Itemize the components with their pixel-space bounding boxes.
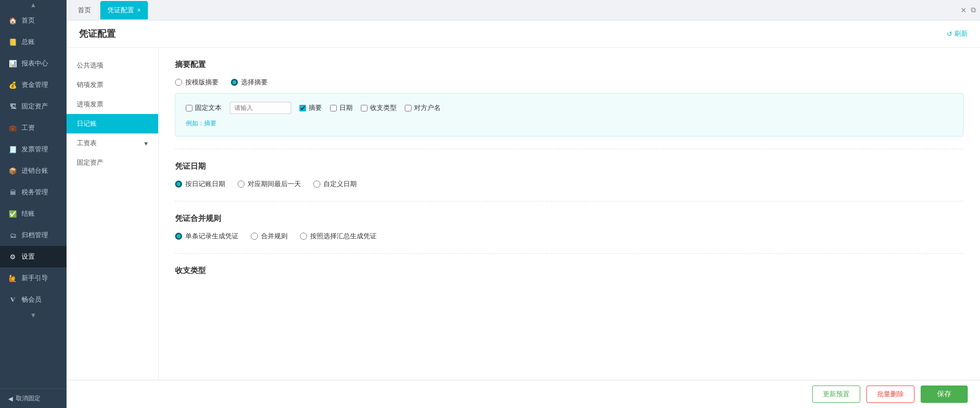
checkbox-income-type-input[interactable] — [361, 105, 367, 111]
fixed-text-input[interactable] — [230, 102, 291, 114]
body-layout: 公共选项 销项发票 进项发票 日记账 工资表 ▾ 固定资产 — [67, 48, 980, 380]
window-restore-button[interactable]: ⧉ — [971, 6, 976, 14]
date-radio-custom-input[interactable] — [313, 180, 320, 188]
tax-icon: 🏛 — [8, 188, 17, 197]
sidebar-item-ledger[interactable]: 📒 总账 — [0, 31, 67, 53]
sidebar-cancel-pin[interactable]: ◀ 取消固定 — [0, 389, 67, 408]
window-close-button[interactable]: ✕ — [961, 6, 967, 14]
date-radio-journal[interactable]: 按日记账日期 — [175, 179, 225, 189]
left-nav-payroll[interactable]: 工资表 ▾ — [67, 133, 158, 153]
sidebar-item-archive[interactable]: 🗂 归档管理 — [0, 224, 67, 246]
tab-bar-actions: ✕ ⧉ — [961, 6, 976, 14]
merge-radio-rule-label: 合并规则 — [261, 232, 288, 241]
merge-radio-rule[interactable]: 合并规则 — [251, 232, 288, 241]
sidebar-item-settle[interactable]: ✅ 结账 — [0, 203, 67, 224]
checkbox-counterpart-input[interactable] — [405, 105, 411, 111]
checkbox-date-label: 日期 — [339, 103, 353, 112]
batch-delete-button[interactable]: 批量删除 — [866, 386, 914, 403]
checkbox-fixed-text-input[interactable] — [186, 105, 192, 111]
left-nav-public-label: 公共选项 — [77, 61, 103, 70]
stock-icon: 📦 — [8, 166, 17, 175]
right-content: 摘要配置 按模版摘要 选择摘要 — [159, 48, 980, 380]
sidebar-item-guide-label: 新手引导 — [21, 274, 48, 283]
merge-radio-group: 单条记录生成凭证 合并规则 按照选择汇总生成凭证 — [175, 232, 964, 241]
merge-radio-single-label: 单条记录生成凭证 — [185, 232, 238, 241]
sidebar-item-fund-label: 资金管理 — [21, 80, 48, 89]
update-preview-button[interactable]: 更新预置 — [812, 386, 860, 403]
main-area: 首页 凭证配置 × ✕ ⧉ 凭证配置 ↺ 刷新 公共选项 — [67, 0, 980, 408]
sidebar-item-invoice[interactable]: 🧾 发票管理 — [0, 139, 67, 160]
sidebar-item-tax[interactable]: 🏛 税务管理 — [0, 182, 67, 203]
date-radio-custom[interactable]: 自定义日期 — [313, 179, 357, 189]
summary-radio-select[interactable]: 选择摘要 — [231, 78, 268, 87]
merge-radio-single[interactable]: 单条记录生成凭证 — [175, 232, 238, 241]
sidebar-item-stock[interactable]: 📦 进销台账 — [0, 160, 67, 182]
tab-voucher-label: 凭证配置 — [107, 6, 134, 15]
date-radio-period-label: 对应期间最后一天 — [248, 179, 301, 189]
checkbox-counterpart-label: 对方户名 — [414, 103, 441, 112]
report-icon: 📊 — [8, 59, 17, 68]
merge-radio-select[interactable]: 按照选择汇总生成凭证 — [300, 232, 377, 241]
save-button[interactable]: 保存 — [921, 386, 968, 403]
summary-radio-template[interactable]: 按模版摘要 — [175, 78, 219, 87]
sidebar-item-fund[interactable]: 💰 资金管理 — [0, 74, 67, 96]
left-nav-purchase-label: 进项发票 — [77, 100, 103, 109]
refresh-button[interactable]: ↺ 刷新 — [947, 29, 968, 38]
date-radio-group: 按日记账日期 对应期间最后一天 自定义日期 — [175, 179, 964, 189]
checkbox-income-type[interactable]: 收支类型 — [361, 103, 397, 112]
sidebar-item-report[interactable]: 📊 报表中心 — [0, 53, 67, 74]
merge-radio-select-label: 按照选择汇总生成凭证 — [310, 232, 377, 241]
left-nav-sales[interactable]: 销项发票 — [67, 75, 158, 95]
checkbox-summary[interactable]: 摘要 — [299, 103, 322, 112]
sidebar-item-stock-label: 进销台账 — [21, 166, 48, 175]
home-icon: 🏠 — [8, 16, 17, 25]
sidebar-item-guide[interactable]: 🙋 新手引导 — [0, 267, 67, 289]
sidebar-item-asset-label: 固定资产 — [21, 102, 48, 111]
sidebar-scroll-down[interactable]: ▼ — [0, 310, 67, 320]
merge-section: 凭证合并规则 单条记录生成凭证 合并规则 按照选择汇总生成凭证 — [175, 214, 964, 254]
date-radio-journal-label: 按日记账日期 — [185, 179, 225, 189]
sidebar-item-settings[interactable]: ⚙ 设置 — [0, 246, 67, 267]
sidebar-item-salary[interactable]: 💼 工资 — [0, 117, 67, 139]
tab-bar: 首页 凭证配置 × ✕ ⧉ — [67, 0, 980, 20]
left-nav-journal-label: 日记账 — [77, 119, 97, 128]
sidebar-item-report-label: 报表中心 — [21, 59, 48, 68]
left-nav-fixedasset[interactable]: 固定资产 — [67, 153, 158, 172]
summary-radio-group: 按模版摘要 选择摘要 — [175, 78, 964, 87]
sidebar-item-salary-label: 工资 — [21, 123, 35, 132]
left-nav-purchase[interactable]: 进项发票 — [67, 95, 158, 114]
tab-home[interactable]: 首页 — [71, 1, 98, 19]
merge-radio-select-input[interactable] — [300, 233, 307, 240]
sidebar-item-home[interactable]: 🏠 首页 — [0, 10, 67, 31]
income-type-section-title: 收支类型 — [175, 266, 964, 276]
date-radio-period[interactable]: 对应期间最后一天 — [237, 179, 301, 189]
summary-radio-template-input[interactable] — [175, 79, 182, 86]
summary-radio-select-input[interactable] — [231, 79, 238, 86]
ledger-icon: 📒 — [8, 37, 17, 47]
bottom-bar: 更新预置 批量删除 保存 — [67, 380, 980, 408]
merge-radio-rule-input[interactable] — [251, 233, 258, 240]
tab-voucher[interactable]: 凭证配置 × — [100, 1, 148, 19]
payroll-arrow-icon: ▾ — [144, 140, 148, 147]
left-nav-journal[interactable]: 日记账 — [67, 114, 158, 133]
checkbox-date[interactable]: 日期 — [330, 103, 353, 112]
archive-icon: 🗂 — [8, 231, 17, 240]
cancel-pin-label: 取消固定 — [16, 394, 40, 403]
date-radio-period-input[interactable] — [237, 180, 245, 188]
checkbox-fixed-text[interactable]: 固定文本 — [186, 103, 222, 112]
checkbox-fixed-text-label: 固定文本 — [195, 103, 222, 112]
tab-voucher-close[interactable]: × — [137, 7, 141, 14]
date-radio-custom-label: 自定义日期 — [323, 179, 357, 189]
merge-radio-single-input[interactable] — [175, 233, 182, 240]
sidebar-item-vip[interactable]: V 畅会员 — [0, 289, 67, 310]
date-radio-journal-input[interactable] — [175, 180, 182, 188]
sidebar-item-asset[interactable]: 🏗 固定资产 — [0, 96, 67, 117]
checkbox-counterpart[interactable]: 对方户名 — [405, 103, 441, 112]
left-nav-public[interactable]: 公共选项 — [67, 56, 158, 75]
tab-home-label: 首页 — [78, 6, 91, 15]
checkbox-date-input[interactable] — [330, 105, 337, 111]
sidebar-scroll-up[interactable]: ▲ — [0, 0, 67, 10]
left-nav-sales-label: 销项发票 — [77, 80, 103, 89]
checkbox-summary-input[interactable] — [299, 105, 306, 111]
summary-radio-select-label: 选择摘要 — [241, 78, 268, 87]
